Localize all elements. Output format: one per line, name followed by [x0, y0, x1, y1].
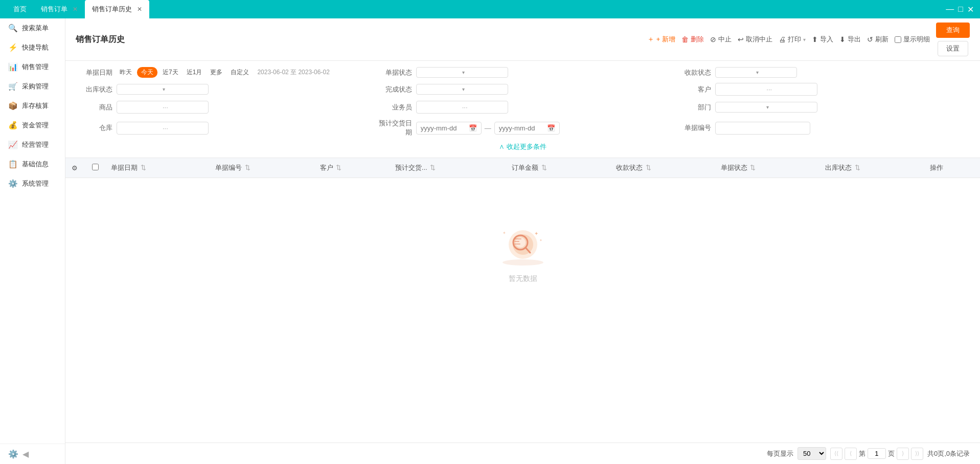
- complete-status-select[interactable]: ▾: [416, 84, 508, 95]
- sidebar-item-inventory-label: 库存核算: [22, 101, 49, 111]
- import-button[interactable]: ⬆ 导入: [812, 35, 833, 44]
- department-field: ▾: [715, 102, 970, 113]
- window-minimize-icon[interactable]: —: [946, 5, 954, 14]
- sidebar-item-system-label: 系统管理: [22, 179, 49, 188]
- th-out-status[interactable]: 出库状态 ⇅: [819, 158, 923, 178]
- out-status-arrow: ▾: [163, 86, 204, 92]
- th-doc-status[interactable]: 单据状态 ⇅: [715, 158, 819, 178]
- out-status-field: ▾: [117, 84, 371, 95]
- select-all-checkbox[interactable]: [92, 164, 99, 170]
- doc-no-label: 单据编号: [674, 123, 711, 132]
- sidebar-item-purchase-label: 采购管理: [22, 82, 49, 91]
- expected-date-start-input[interactable]: [421, 124, 467, 132]
- th-order-amount-label: 订单金额: [512, 164, 538, 171]
- product-label: 商品: [76, 103, 112, 112]
- window-close-icon[interactable]: ✕: [967, 5, 974, 14]
- th-docno[interactable]: 单据编号 ⇅: [209, 158, 313, 178]
- sidebar-item-basicinfo[interactable]: 📋 基础信息: [0, 154, 65, 174]
- th-customer[interactable]: 客户 ⇅: [314, 158, 389, 178]
- sidebar-settings-icon[interactable]: ⚙️: [8, 449, 18, 459]
- top-bar: 首页 销售订单 ✕ 销售订单历史 ✕ — □ ✕: [0, 0, 980, 18]
- refresh-button[interactable]: ↺ 刷新: [867, 35, 888, 44]
- print-button[interactable]: 🖨 打印 ▾: [779, 35, 806, 44]
- display-toggle-checkbox[interactable]: [895, 36, 901, 43]
- sidebar: 🔍 搜索菜单 ⚡ 快捷导航 📊 销售管理 🛒 采购管理 📦 库存核算 💰 资金管…: [0, 18, 65, 464]
- refresh-label: 刷新: [875, 35, 888, 44]
- receipt-status-select[interactable]: ▾: [715, 67, 797, 78]
- stop-button[interactable]: ⊘ 中止: [710, 35, 732, 44]
- page-label: 第: [859, 449, 865, 458]
- setting-button[interactable]: 设置: [938, 41, 968, 56]
- date-btn-today[interactable]: 今天: [137, 67, 157, 78]
- page-size-select[interactable]: 50 100 200: [797, 447, 826, 460]
- warehouse-input[interactable]: ···: [117, 122, 209, 135]
- date-btn-yesterday[interactable]: 昨天: [117, 67, 135, 78]
- display-toggle-label: 显示明细: [903, 35, 930, 44]
- doc-no-input[interactable]: [715, 122, 810, 135]
- page-first-button[interactable]: ⟨⟨: [830, 448, 842, 460]
- salesperson-input[interactable]: ···: [416, 101, 508, 114]
- display-toggle[interactable]: 显示明细: [895, 35, 930, 44]
- department-select[interactable]: ▾: [715, 102, 817, 113]
- th-order-amount[interactable]: 订单金额 ⇅: [506, 158, 610, 178]
- date-btn-1month[interactable]: 近1月: [184, 67, 206, 78]
- empty-text: 暂无数据: [509, 274, 537, 283]
- date-btn-more[interactable]: 更多: [207, 67, 225, 78]
- sidebar-collapse-icon[interactable]: ◀: [22, 449, 29, 459]
- customer-input[interactable]: ···: [715, 83, 817, 96]
- status-select[interactable]: ▾: [416, 67, 508, 78]
- cancel-stop-button[interactable]: ↩ 取消中止: [738, 35, 772, 44]
- new-button[interactable]: ＋ + 新增: [647, 35, 675, 44]
- sidebar-item-sales[interactable]: 📊 销售管理: [0, 57, 65, 77]
- th-date[interactable]: 单据日期 ⇅: [105, 158, 209, 178]
- collapse-more-button[interactable]: ∧ 收起更多条件: [76, 142, 970, 151]
- th-expected-delivery[interactable]: 预计交货... ⇅: [389, 158, 506, 178]
- tab-home-label: 首页: [13, 5, 27, 14]
- settings-gear-icon[interactable]: ⚙: [72, 164, 78, 172]
- query-button[interactable]: 查询: [936, 23, 970, 38]
- system-icon: ⚙️: [8, 179, 18, 188]
- date-btn-custom[interactable]: 自定义: [227, 67, 252, 78]
- expected-date-start-calendar-icon[interactable]: 📅: [469, 124, 477, 132]
- th-receipt-status[interactable]: 收款状态 ⇅: [610, 158, 714, 178]
- date-btn-7days[interactable]: 近7天: [159, 67, 181, 78]
- expected-date-end-input[interactable]: [499, 124, 545, 132]
- sidebar-item-search[interactable]: 🔍 搜索菜单: [0, 18, 65, 38]
- tab-home[interactable]: 首页: [6, 0, 34, 18]
- page-last-button[interactable]: ⟩⟩: [911, 448, 923, 460]
- sidebar-item-finance[interactable]: 💰 资金管理: [0, 116, 65, 135]
- sidebar-item-operations[interactable]: 📈 经营管理: [0, 135, 65, 154]
- status-label: 单据状态: [375, 68, 412, 77]
- refresh-icon: ↺: [867, 35, 873, 43]
- tab-sales-order-history[interactable]: 销售订单历史 ✕: [85, 0, 149, 18]
- tab-sales-order-history-close[interactable]: ✕: [137, 6, 142, 13]
- sidebar-item-sales-label: 销售管理: [22, 62, 49, 72]
- window-maximize-icon[interactable]: □: [958, 5, 963, 14]
- sidebar-item-inventory[interactable]: 📦 库存核算: [0, 96, 65, 116]
- sidebar-item-purchase[interactable]: 🛒 采购管理: [0, 77, 65, 96]
- customer-dots-icon: ···: [766, 85, 813, 93]
- page-prev-button[interactable]: ⟨: [845, 448, 857, 460]
- sidebar-item-quicknav[interactable]: ⚡ 快捷导航: [0, 38, 65, 57]
- th-settings[interactable]: ⚙: [65, 158, 86, 178]
- page-number-input[interactable]: [868, 448, 886, 459]
- tab-sales-order-close[interactable]: ✕: [73, 6, 78, 13]
- page-next-button[interactable]: ⟩: [897, 448, 909, 460]
- th-checkbox[interactable]: [86, 158, 105, 178]
- th-expected-delivery-label: 预计交货...: [395, 164, 427, 171]
- out-status-select[interactable]: ▾: [117, 84, 209, 95]
- print-label: 打印: [788, 35, 801, 44]
- status-field: ▾: [416, 67, 671, 78]
- export-button[interactable]: ⬇ 导出: [839, 35, 861, 44]
- product-input[interactable]: ···: [117, 101, 209, 114]
- expected-date-end-calendar-icon[interactable]: 📅: [547, 124, 555, 132]
- empty-state: ✦ ✦ ✦ 暂无数据: [65, 178, 980, 324]
- expected-date-field: 📅 — 📅: [416, 122, 671, 135]
- expected-date-end[interactable]: 📅: [494, 122, 560, 135]
- svg-rect-7: [514, 241, 519, 242]
- expected-date-start[interactable]: 📅: [416, 122, 482, 135]
- basicinfo-icon: 📋: [8, 160, 18, 169]
- sidebar-item-system[interactable]: ⚙️ 系统管理: [0, 174, 65, 193]
- tab-sales-order[interactable]: 销售订单 ✕: [34, 0, 85, 18]
- delete-button[interactable]: 🗑 删除: [681, 35, 704, 44]
